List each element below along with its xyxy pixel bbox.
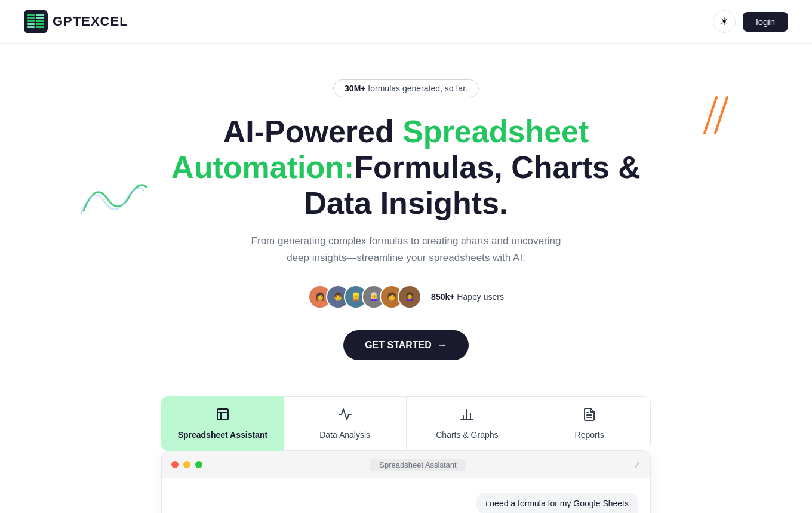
hero-title: AI-Powered Spreadsheet Automation:Formul… [167,114,645,221]
svg-rect-10 [36,26,44,28]
window-titlebar: Spreadsheet Assistant ⤢ [162,451,650,478]
svg-rect-8 [36,20,44,22]
tab-spreadsheet-assistant-label: Spreadsheet Assistant [178,430,267,440]
get-started-button[interactable]: GET STARTED → [343,330,469,360]
chat-area: i need a formula for my Google Sheets Pl… [162,478,650,513]
svg-rect-1 [27,14,35,16]
avatar: 👩‍🦱 [398,285,422,309]
svg-rect-2 [27,17,35,19]
svg-rect-7 [36,17,44,19]
tab-data-analysis-label: Data Analysis [319,430,370,440]
hero-subtitle: From generating complex formulas to crea… [239,233,573,265]
svg-rect-6 [36,14,44,16]
tab-reports[interactable]: Reports [528,396,651,451]
navbar: GPTEXCEL ☀ login [0,0,812,44]
tab-data-analysis[interactable]: Data Analysis [284,396,406,451]
tab-charts-graphs[interactable]: Charts & Graphs [406,396,528,451]
window-maximize-dot [195,461,202,468]
tab-reports-label: Reports [575,430,604,440]
deco-slash-right [699,91,740,139]
avatar-group: 👩 👨 👱 👩‍🦳 🧑 👩‍🦱 [308,285,422,309]
cta-arrow-icon: → [438,340,447,351]
tab-charts-graphs-label: Charts & Graphs [436,430,498,440]
expand-icon[interactable]: ⤢ [633,460,641,469]
logo[interactable]: GPTEXCEL [24,10,128,33]
feature-tabs: Spreadsheet Assistant Data Analysis Char… [161,396,651,451]
login-button[interactable]: login [743,12,788,32]
data-analysis-icon [338,407,352,425]
theme-toggle-button[interactable]: ☀ [713,10,736,33]
window-close-dot [171,461,179,468]
deco-wave-left [78,175,149,223]
user-message: i need a formula for my Google Sheets [174,493,638,513]
demo-section: Spreadsheet Assistant ⤢ i need a formula… [137,451,675,513]
user-bubble: i need a formula for my Google Sheets [476,493,638,513]
feature-tabs-section: Spreadsheet Assistant Data Analysis Char… [137,384,675,451]
window-minimize-dot [183,461,190,468]
social-proof-row: 👩 👨 👱 👩‍🦳 🧑 👩‍🦱 850k+ Happy users [24,285,788,309]
window-title: Spreadsheet Assistant [207,459,629,471]
charts-icon [460,407,474,425]
svg-rect-3 [27,20,35,22]
cta-label: GET STARTED [365,340,432,351]
svg-rect-9 [36,23,44,25]
hero-badge: 30M+ formulas generated, so far. [333,79,479,97]
svg-rect-13 [217,409,228,420]
svg-rect-5 [27,26,35,28]
happy-users-label: 850k+ Happy users [431,292,504,302]
logo-icon [24,10,48,33]
tab-spreadsheet-assistant[interactable]: Spreadsheet Assistant [161,396,284,451]
reports-icon [582,407,596,425]
logo-text: GPTEXCEL [53,14,128,29]
demo-window: Spreadsheet Assistant ⤢ i need a formula… [161,451,651,513]
svg-rect-4 [27,23,35,25]
nav-right: ☀ login [713,10,788,33]
svg-line-12 [715,97,727,133]
sun-icon: ☀ [719,15,729,28]
svg-line-11 [705,97,716,133]
spreadsheet-icon [216,407,230,425]
hero-section: 30M+ formulas generated, so far. AI-Powe… [0,44,812,384]
